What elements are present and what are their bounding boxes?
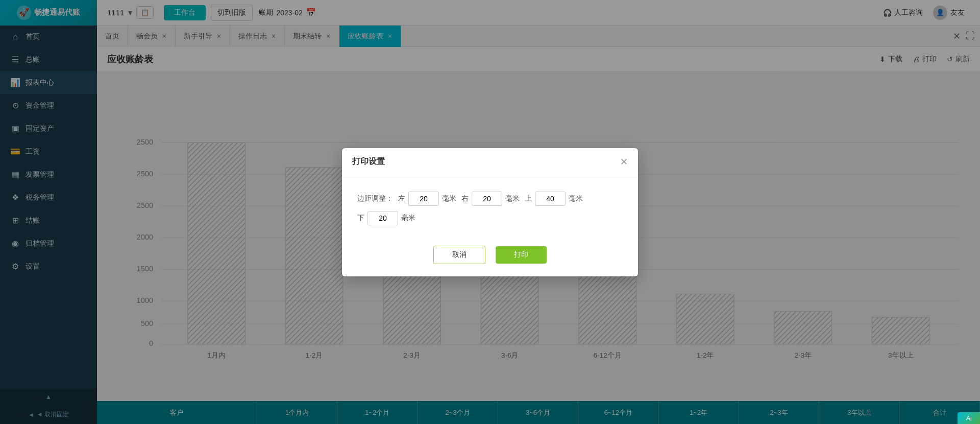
modal-header: 打印设置 ✕ xyxy=(342,148,638,176)
margin-top-unit: 毫米 xyxy=(569,194,583,203)
cancel-btn[interactable]: 取消 xyxy=(433,246,485,264)
margin-bottom-dir: 下 xyxy=(357,214,364,223)
margin-left-unit: 毫米 xyxy=(442,194,456,203)
margin-top-group: 上 毫米 xyxy=(525,192,583,206)
margin-row: 边距调整： 左 毫米 右 毫米 上 毫米 下 xyxy=(357,192,623,225)
modal-close-btn[interactable]: ✕ xyxy=(620,156,628,168)
print-dialog: 打印设置 ✕ 边距调整： 左 毫米 右 毫米 上 毫米 xyxy=(342,148,638,276)
margin-left-dir: 左 xyxy=(398,194,405,203)
margin-top-input[interactable] xyxy=(535,192,566,206)
confirm-print-btn[interactable]: 打印 xyxy=(496,246,547,264)
ai-tag[interactable]: Ai xyxy=(958,412,980,424)
modal-footer: 取消 打印 xyxy=(342,238,638,276)
modal-overlay: 打印设置 ✕ 边距调整： 左 毫米 右 毫米 上 毫米 xyxy=(0,0,980,424)
margin-label: 边距调整： xyxy=(357,194,393,203)
margin-bottom-group: 下 毫米 xyxy=(357,211,415,225)
margin-right-unit: 毫米 xyxy=(505,194,520,203)
margin-bottom-input[interactable] xyxy=(368,211,398,225)
margin-bottom-unit: 毫米 xyxy=(401,214,415,223)
ai-label: Ai xyxy=(966,414,972,422)
margin-right-group: 右 毫米 xyxy=(461,192,520,206)
margin-right-input[interactable] xyxy=(472,192,502,206)
modal-body: 边距调整： 左 毫米 右 毫米 上 毫米 下 xyxy=(342,176,638,238)
margin-left-group: 左 毫米 xyxy=(398,192,456,206)
modal-title: 打印设置 xyxy=(352,156,385,167)
margin-right-dir: 右 xyxy=(461,194,469,203)
margin-left-input[interactable] xyxy=(408,192,439,206)
margin-top-dir: 上 xyxy=(525,194,532,203)
